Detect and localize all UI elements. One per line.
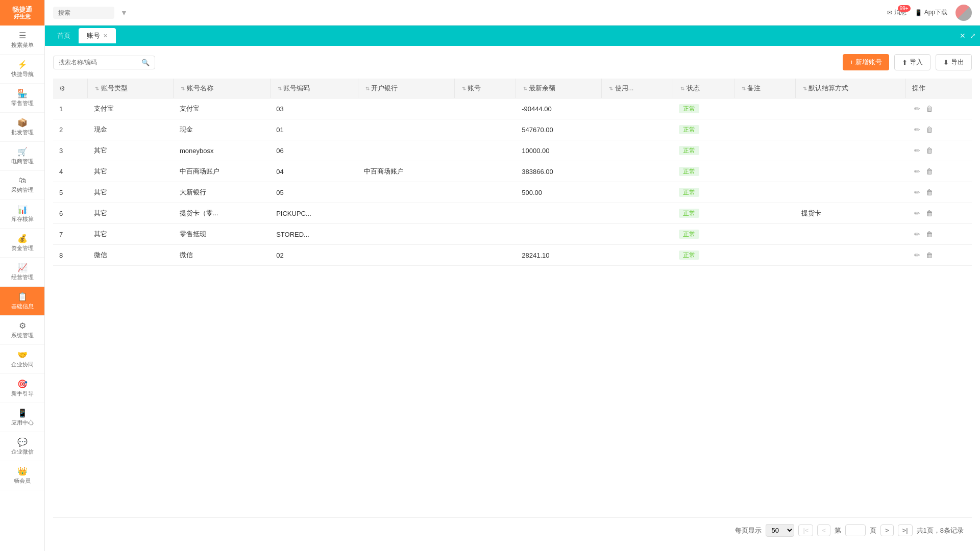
cell-action: ✏ 🗑 xyxy=(906,224,972,245)
sidebar-item-wholesale-mgmt[interactable]: 📦 批发管理 xyxy=(0,113,44,142)
sidebar-item-inventory[interactable]: 📊 库存核算 xyxy=(0,199,44,229)
app-center-icon: 📱 xyxy=(17,408,28,418)
app-download-area[interactable]: 📱 App下载 xyxy=(915,8,947,17)
page-prev-button[interactable]: < xyxy=(817,524,830,536)
tab-fullscreen-icon[interactable]: ⤢ xyxy=(970,32,976,40)
cell-account xyxy=(454,224,516,245)
page-next-button[interactable]: > xyxy=(880,524,894,536)
sort-settlement-icon: ⇅ xyxy=(803,86,807,91)
enterprise-wechat-icon: 💬 xyxy=(17,437,28,447)
tab-home[interactable]: 首页 xyxy=(49,28,79,43)
tab-close-window-icon[interactable]: ✕ xyxy=(960,32,966,40)
import-button[interactable]: ⬆ 导入 xyxy=(894,54,930,70)
tab-account[interactable]: 账号 ✕ xyxy=(79,28,116,43)
cell-balance: 28241.10 xyxy=(516,245,601,266)
toolbar-right: + 新增账号 ⬆ 导入 ⬇ 导出 xyxy=(843,54,972,70)
cell-action: ✏ 🗑 xyxy=(906,119,972,140)
top-search-dropdown-icon[interactable]: ▼ xyxy=(120,9,128,17)
cell-status: 正常 xyxy=(673,182,734,203)
edit-button[interactable]: ✏ xyxy=(912,208,922,218)
sidebar-item-search-menu[interactable]: ☰ 搜索菜单 xyxy=(0,26,44,55)
col-default-settlement[interactable]: ⇅ 默认结算方式 xyxy=(795,79,905,98)
status-badge: 正常 xyxy=(679,104,699,113)
sidebar-item-basic-info[interactable]: 📋 基础信息 xyxy=(0,287,44,316)
sidebar-item-finance-mgmt[interactable]: 💰 资金管理 xyxy=(0,229,44,258)
col-balance[interactable]: ⇅ 最新余额 xyxy=(516,79,601,98)
status-badge: 正常 xyxy=(679,230,699,239)
cell-account xyxy=(454,203,516,224)
col-bank[interactable]: ⇅ 开户银行 xyxy=(358,79,454,98)
sidebar-item-enterprise-agreement[interactable]: 🤝 企业协同 xyxy=(0,345,44,374)
col-remark[interactable]: ⇅ 备注 xyxy=(734,79,795,98)
cell-balance: 10000.00 xyxy=(516,140,601,161)
tab-close-icon[interactable]: ✕ xyxy=(103,33,108,39)
per-page-select[interactable]: 50 100 200 xyxy=(766,524,794,537)
search-input[interactable] xyxy=(59,59,138,66)
cell-status: 正常 xyxy=(673,224,734,245)
cell-usage xyxy=(601,98,673,119)
delete-button[interactable]: 🗑 xyxy=(924,104,935,114)
page-first-button[interactable]: |< xyxy=(798,524,813,536)
edit-button[interactable]: ✏ xyxy=(912,187,922,197)
col-type[interactable]: ⇅ 账号类型 xyxy=(88,79,174,98)
sort-bank-icon: ⇅ xyxy=(365,86,370,91)
cell-account xyxy=(454,182,516,203)
cell-usage xyxy=(601,203,673,224)
col-status[interactable]: ⇅ 状态 xyxy=(673,79,734,98)
sidebar-item-label-purchase-mgmt: 采购管理 xyxy=(11,186,34,194)
sidebar-item-retail-mgmt[interactable]: 🏪 零售管理 xyxy=(0,84,44,113)
col-name[interactable]: ⇅ 账号名称 xyxy=(174,79,270,98)
sidebar-item-system-mgmt[interactable]: ⚙ 系统管理 xyxy=(0,316,44,345)
sidebar-item-label-beginner-guide: 新手引导 xyxy=(11,390,34,397)
sort-code-icon: ⇅ xyxy=(278,86,282,91)
app-logo: 畅捷通 好生意 xyxy=(0,0,44,26)
column-settings-icon[interactable]: ⚙ xyxy=(59,85,65,92)
sidebar-item-app-center[interactable]: 📱 应用中心 xyxy=(0,403,44,432)
ecommerce-mgmt-icon: 🛒 xyxy=(17,147,28,157)
sidebar-item-ecommerce-mgmt[interactable]: 🛒 电商管理 xyxy=(0,142,44,171)
search-icon[interactable]: 🔍 xyxy=(141,59,150,66)
user-avatar[interactable] xyxy=(955,5,972,21)
table-row: 2 现金 现金 01 547670.00 正常 ✏ 🗑 xyxy=(53,119,972,140)
sidebar-item-operations-mgmt[interactable]: 📈 经营管理 xyxy=(0,258,44,287)
col-usage[interactable]: ⇅ 使用... xyxy=(601,79,673,98)
export-button[interactable]: ⬇ 导出 xyxy=(936,54,972,70)
cell-action: ✏ 🗑 xyxy=(906,98,972,119)
edit-button[interactable]: ✏ xyxy=(912,250,922,260)
edit-button[interactable]: ✏ xyxy=(912,229,922,239)
cell-no: 7 xyxy=(53,224,88,245)
delete-button[interactable]: 🗑 xyxy=(924,124,935,135)
sidebar-item-beginner-guide[interactable]: 🎯 新手引导 xyxy=(0,374,44,403)
edit-button[interactable]: ✏ xyxy=(912,124,922,135)
edit-button[interactable]: ✏ xyxy=(912,166,922,177)
cell-bank xyxy=(358,224,454,245)
sidebar-item-member[interactable]: 👑 畅会员 xyxy=(0,461,44,490)
delete-button[interactable]: 🗑 xyxy=(924,250,935,260)
top-header: ▼ ✉ 消息 99+ 📱 App下载 xyxy=(45,0,980,26)
edit-button[interactable]: ✏ xyxy=(912,145,922,156)
cell-usage xyxy=(601,119,673,140)
delete-button[interactable]: 🗑 xyxy=(924,145,935,156)
cell-remark xyxy=(734,224,795,245)
delete-button[interactable]: 🗑 xyxy=(924,166,935,177)
page-last-button[interactable]: >| xyxy=(898,524,913,536)
sidebar-item-enterprise-wechat[interactable]: 💬 企业微信 xyxy=(0,432,44,461)
delete-button[interactable]: 🗑 xyxy=(924,229,935,239)
cell-default-settlement xyxy=(795,140,905,161)
total-info: 共1页，8条记录 xyxy=(917,526,964,535)
add-account-button[interactable]: + 新增账号 xyxy=(843,54,889,70)
sidebar-item-purchase-mgmt[interactable]: 🛍 采购管理 xyxy=(0,171,44,199)
page-number-input[interactable]: 1 xyxy=(845,524,866,536)
cell-no: 5 xyxy=(53,182,88,203)
col-code[interactable]: ⇅ 账号编码 xyxy=(270,79,358,98)
edit-button[interactable]: ✏ xyxy=(912,104,922,114)
sort-status-icon: ⇅ xyxy=(680,86,684,91)
top-search-input[interactable] xyxy=(53,7,114,19)
col-settings[interactable]: ⚙ xyxy=(53,79,88,98)
delete-button[interactable]: 🗑 xyxy=(924,208,935,218)
delete-button[interactable]: 🗑 xyxy=(924,187,935,197)
notification-area[interactable]: ✉ 消息 99+ xyxy=(887,8,906,17)
col-account[interactable]: ⇅ 账号 xyxy=(454,79,516,98)
cell-status: 正常 xyxy=(673,119,734,140)
sidebar-item-quick-nav[interactable]: ⚡ 快捷导航 xyxy=(0,55,44,84)
